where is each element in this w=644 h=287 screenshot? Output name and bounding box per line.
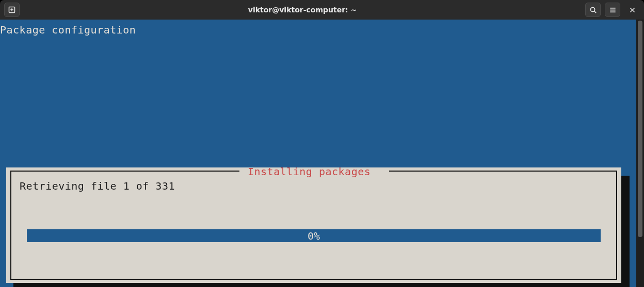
svg-point-3 xyxy=(590,7,594,11)
scrollbar[interactable] xyxy=(636,20,644,287)
search-icon xyxy=(589,6,597,14)
titlebar: viktor@viktor-computer: ~ xyxy=(0,0,644,20)
installing-packages-dialog: Installing packages Retrieving file 1 of… xyxy=(6,167,621,283)
new-tab-icon xyxy=(8,6,16,14)
svg-line-4 xyxy=(594,11,595,12)
terminal-area[interactable]: Package configuration Installing package… xyxy=(0,20,636,287)
new-tab-button[interactable] xyxy=(4,3,20,17)
dialog-title: Installing packages xyxy=(248,165,371,178)
dialog-status-text: Retrieving file 1 of 331 xyxy=(20,180,175,192)
close-icon xyxy=(629,7,636,13)
close-button[interactable] xyxy=(624,3,640,17)
hamburger-icon xyxy=(609,6,617,14)
titlebar-right-buttons xyxy=(585,3,640,17)
menu-button[interactable] xyxy=(605,3,620,17)
progress-percent-label: 0% xyxy=(308,230,320,242)
search-button[interactable] xyxy=(585,3,601,17)
package-config-header: Package configuration xyxy=(0,24,136,36)
progress-bar: 0% xyxy=(27,229,601,242)
scrollbar-thumb[interactable] xyxy=(638,21,642,237)
window-title: viktor@viktor-computer: ~ xyxy=(24,6,581,14)
